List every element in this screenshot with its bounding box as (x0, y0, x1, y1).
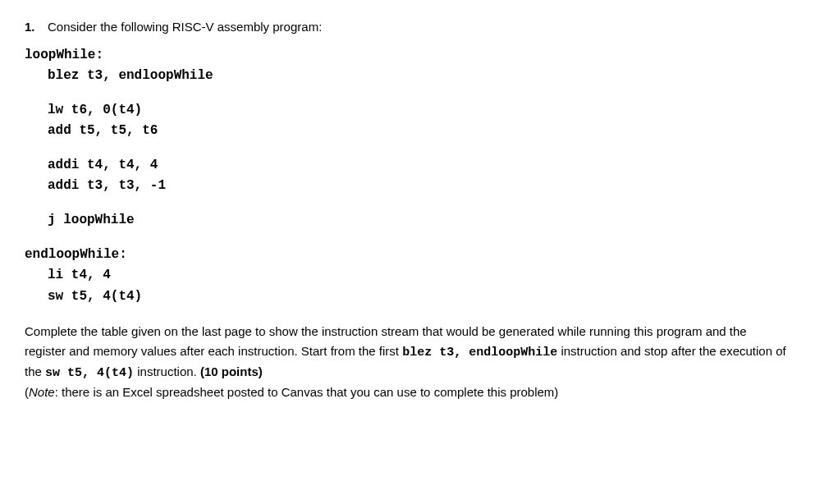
code-line-addi-t3: addi t3, t3, -1 (48, 176, 790, 197)
question-header: 1. Consider the following RISC-V assembl… (25, 18, 790, 37)
code-line-blez: blez t3, endloopWhile (48, 66, 790, 87)
code-line-sw: sw t5, 4(t4) (48, 286, 790, 308)
code-line-add: add t5, t5, t6 (48, 121, 790, 142)
code-block: loopWhile: blez t3, endloopWhile lw t6, … (25, 45, 790, 308)
code-group-1: loopWhile: blez t3, endloopWhile (25, 45, 790, 87)
code-line-addi-t4: addi t4, t4, 4 (48, 155, 790, 176)
note-label: Note (29, 385, 55, 399)
code-line-li: li t4, 4 (48, 265, 790, 286)
instructions-points: (10 points) (200, 364, 263, 378)
code-label-loopwhile: loopWhile: (25, 45, 790, 66)
code-line-j: j loopWhile (48, 210, 790, 231)
code-group-2: lw t6, 0(t4) add t5, t5, t6 (25, 100, 790, 142)
code-group-5: endloopWhile: li t4, 4 sw t5, 4(t4) (25, 245, 790, 308)
code-group-4: j loopWhile (25, 210, 790, 231)
note-text: : there is an Excel spreadsheet posted t… (55, 385, 559, 399)
instructions-code-blez: blez t3, endloopWhile (402, 346, 557, 360)
instructions-code-sw: sw t5, 4(t4) (45, 366, 134, 380)
code-line-lw: lw t6, 0(t4) (48, 100, 790, 121)
instructions-paragraph: Complete the table given on the last pag… (25, 322, 790, 401)
code-group-3: addi t4, t4, 4 addi t3, t3, -1 (25, 155, 790, 197)
code-label-endloopwhile: endloopWhile: (25, 245, 790, 266)
question-number: 1. (25, 18, 39, 37)
question-prompt: Consider the following RISC-V assembly p… (48, 18, 322, 37)
instructions-text-c: instruction. (134, 364, 200, 378)
